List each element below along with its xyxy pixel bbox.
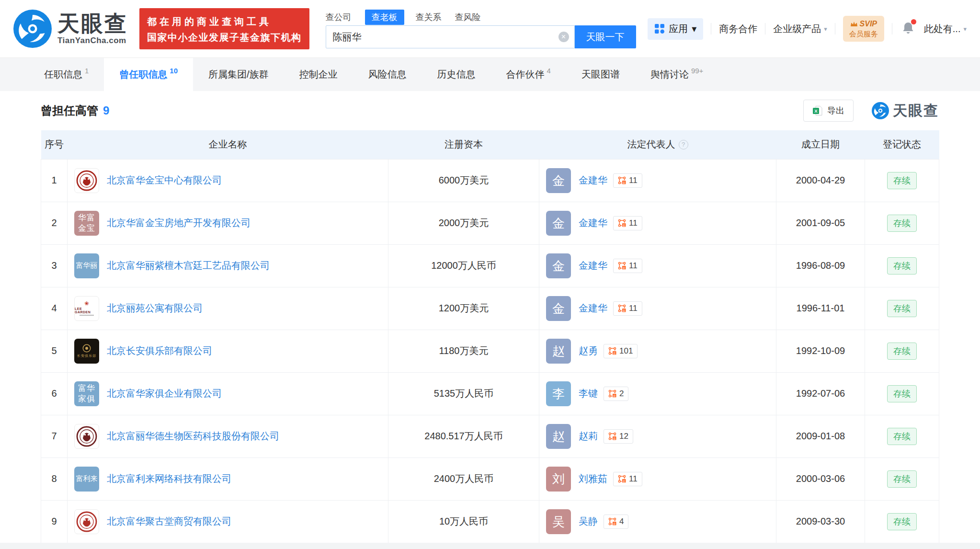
nav-tab-所属集团/族群[interactable]: 所属集团/族群	[193, 58, 284, 91]
company-logo: 富华家俱	[74, 381, 99, 406]
nav-tab-风险信息[interactable]: 风险信息	[353, 58, 422, 91]
rep-link[interactable]: 金建华	[579, 217, 607, 229]
nav-tab-天眼图谱[interactable]: 天眼图谱	[566, 58, 635, 91]
related-companies-icon: 企	[618, 262, 626, 270]
company-link[interactable]: 北京丽苑公寓有限公司	[107, 302, 203, 315]
row-index-cell: 9	[41, 500, 68, 543]
nav-tab-label: 所属集团/族群	[208, 68, 269, 81]
rep-link[interactable]: 赵莉	[579, 430, 598, 443]
company-cell: 富利来北京富利来网络科技有限公司	[68, 458, 388, 500]
company-link[interactable]: 北京富华丽紫檀木宫廷工艺品有限公司	[107, 259, 270, 272]
business-coop-link[interactable]: 商务合作	[719, 23, 757, 35]
table-row: 5 长安俱乐部北京长安俱乐部有限公司1180万美元赵赵勇 企 1011992-1…	[41, 330, 939, 372]
legal-rep-cell-content: 金金建华 企 11	[546, 253, 776, 278]
rep-link[interactable]: 李键	[579, 387, 598, 400]
tianyancha-eye-icon	[872, 102, 889, 119]
col-header-company: 企业名称	[68, 130, 388, 159]
rep-company-count-badge[interactable]: 企 12	[604, 429, 633, 444]
nav-tab-任职信息[interactable]: 任职信息1	[29, 58, 104, 91]
search-box: ×	[326, 25, 575, 48]
search-tab-查风险[interactable]: 查风险	[455, 10, 481, 25]
rep-company-count-badge[interactable]: 企 4	[604, 515, 628, 529]
row-index-cell: 4	[41, 287, 68, 330]
nav-tab-合作伙伴[interactable]: 合作伙伴4	[491, 58, 566, 91]
company-logo: 华富金宝	[74, 211, 99, 236]
rep-company-count-badge[interactable]: 企 101	[604, 344, 638, 358]
company-cell-content: 富利来北京富利来网络科技有限公司	[74, 467, 388, 492]
rep-link[interactable]: 金建华	[579, 174, 607, 187]
table-header-row: 序号 企业名称 注册资本 法定代表人? 成立日期 登记状态	[41, 130, 939, 159]
legal-rep-cell: 金金建华 企 11	[539, 159, 776, 202]
divider	[892, 23, 892, 34]
nav-tab-曾任职信息[interactable]: 曾任职信息10	[104, 58, 193, 91]
divider	[835, 23, 835, 34]
rep-company-count-badge[interactable]: 企 2	[604, 387, 628, 401]
svip-member-button[interactable]: SVIP 会员服务	[843, 16, 884, 41]
status-badge: 存续	[887, 428, 917, 445]
search-button[interactable]: 天眼一下	[575, 25, 636, 48]
nav-tab-历史信息[interactable]: 历史信息	[422, 58, 491, 91]
legal-rep-cell: 赵赵勇 企 101	[539, 330, 776, 372]
top-menu: 应用 ▾ 商务合作 企业级产品 ▾ SVIP 会员服务	[648, 16, 967, 41]
rep-company-count-badge[interactable]: 企 11	[613, 259, 642, 273]
brand-name: 天眼查	[57, 12, 128, 35]
profile-nav-tabs: 任职信息1曾任职信息10所属集团/族群控制企业风险信息历史信息合作伙伴4天眼图谱…	[0, 57, 980, 91]
row-index-cell: 1	[41, 159, 68, 202]
search-tab-查关系[interactable]: 查关系	[416, 10, 442, 25]
status-badge: 存续	[887, 385, 917, 402]
company-link[interactable]: 北京华富金宝房地产开发有限公司	[107, 217, 251, 229]
company-cell-content: 华富金宝北京华富金宝房地产开发有限公司	[74, 211, 388, 236]
nav-tab-控制企业[interactable]: 控制企业	[284, 58, 353, 91]
company-cell-content: 北京富华聚古堂商贸有限公司	[74, 509, 388, 534]
tianyancha-eye-icon	[13, 10, 52, 48]
company-link[interactable]: 北京富华家俱企业有限公司	[107, 387, 222, 400]
legal-rep-cell: 金金建华 企 11	[539, 287, 776, 330]
search-tab-查公司[interactable]: 查公司	[326, 10, 352, 25]
apps-menu[interactable]: 应用 ▾	[648, 18, 703, 40]
related-companies-icon: 企	[608, 517, 616, 526]
notifications-bell-icon[interactable]	[902, 21, 914, 36]
rep-company-count-badge[interactable]: 企 11	[613, 216, 642, 230]
enterprise-products-link[interactable]: 企业级产品 ▾	[773, 23, 827, 35]
date-cell: 1996-11-01	[776, 287, 865, 330]
rep-link[interactable]: 金建华	[579, 302, 607, 315]
date-cell: 1996-08-09	[776, 244, 865, 287]
table-row: 9 北京富华聚古堂商贸有限公司10万人民币吴吴静 企 42009-03-30存续	[41, 500, 939, 543]
date-cell: 1992-10-09	[776, 330, 865, 372]
rep-link[interactable]: 刘雅茹	[579, 472, 607, 485]
company-logo	[74, 509, 99, 534]
capital-cell: 1200万美元	[388, 287, 539, 330]
help-icon[interactable]: ?	[679, 140, 688, 149]
notification-dot	[911, 19, 916, 24]
company-link[interactable]: 北京长安俱乐部有限公司	[107, 344, 212, 357]
status-cell: 存续	[865, 287, 939, 330]
company-link[interactable]: 北京富利来网络科技有限公司	[107, 472, 231, 485]
clear-search-icon[interactable]: ×	[558, 32, 569, 42]
rep-company-count-badge[interactable]: 企 11	[613, 173, 642, 188]
search-tab-查老板[interactable]: 查老板	[365, 10, 404, 25]
rep-link[interactable]: 赵勇	[579, 344, 598, 357]
export-button[interactable]: X 导出	[803, 100, 854, 122]
divider	[765, 23, 765, 34]
rep-company-count-badge[interactable]: 企 11	[613, 301, 642, 316]
rep-link[interactable]: 金建华	[579, 259, 607, 272]
company-cell-content: 富华丽北京富华丽紫檀木宫廷工艺品有限公司	[74, 253, 388, 278]
company-link[interactable]: 北京富丽华德生物医药科技股份有限公司	[107, 430, 279, 443]
rep-link[interactable]: 吴静	[579, 515, 598, 528]
rep-company-count-badge[interactable]: 企 11	[613, 472, 642, 486]
col-header-index: 序号	[41, 130, 68, 159]
row-index-cell: 7	[41, 415, 68, 458]
table-row: 8富利来北京富利来网络科技有限公司2400万人民币刘刘雅茹 企 112000-0…	[41, 458, 939, 500]
nav-tab-舆情讨论[interactable]: 舆情讨论99+	[635, 58, 718, 91]
table-row: 3富华丽北京富华丽紫檀木宫廷工艺品有限公司12000万人民币金金建华 企 111…	[41, 244, 939, 287]
table-row: 1 北京富华金宝中心有限公司6000万美元金金建华 企 112000-04-29…	[41, 159, 939, 202]
company-link[interactable]: 北京富华金宝中心有限公司	[107, 174, 222, 187]
brand-domain: TianYanCha.com	[57, 36, 128, 46]
nav-tab-label: 曾任职信息	[119, 68, 167, 81]
search-input[interactable]	[326, 25, 575, 48]
brand-logo[interactable]: 天眼查 TianYanCha.com	[13, 10, 128, 48]
status-badge: 存续	[887, 257, 917, 274]
user-menu[interactable]: 此处有... ▾	[924, 23, 967, 35]
company-link[interactable]: 北京富华聚古堂商贸有限公司	[107, 515, 231, 528]
legal-rep-cell-content: 刘刘雅茹 企 11	[546, 467, 776, 492]
